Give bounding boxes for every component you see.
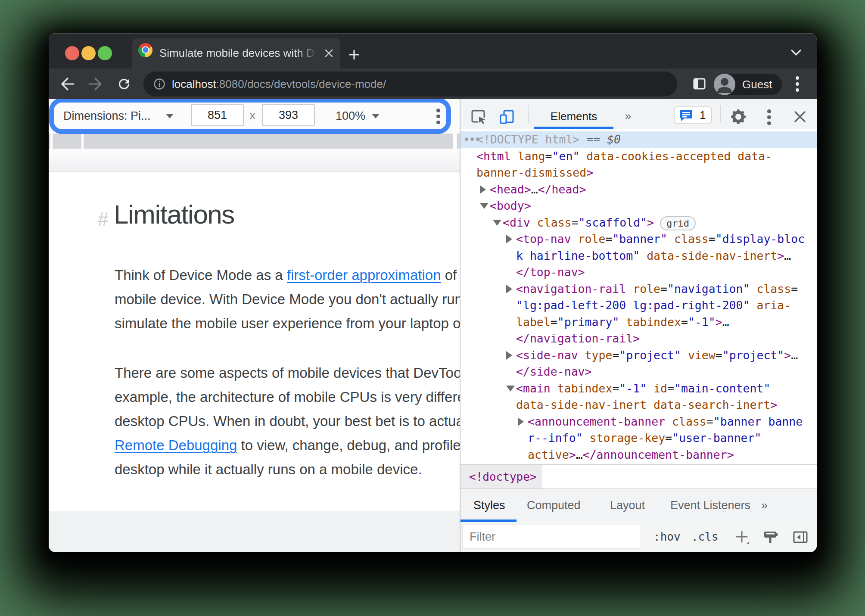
code-token: … <box>576 448 583 461</box>
code-token: </announcement-banner> <box>583 448 734 461</box>
back-button[interactable] <box>60 76 75 92</box>
sidebar-tabs: StylesComputedLayoutEvent Listeners» <box>461 488 817 522</box>
paragraph-1: Think of Device Mode as a first-order ap… <box>115 263 460 336</box>
collapse-arrow-icon[interactable] <box>506 235 512 243</box>
code-token: </navigation-rail> <box>516 332 640 345</box>
code-token: data-side-nav-inert <box>640 249 777 262</box>
minimize-window-button[interactable] <box>81 46 96 60</box>
device-resize-bar[interactable] <box>49 134 460 149</box>
collapse-arrow-icon[interactable] <box>506 285 512 293</box>
code-token: <html <box>476 149 511 163</box>
expand-arrow-icon[interactable] <box>506 386 515 392</box>
toggle-pseudo-class-button[interactable]: :hov <box>653 522 681 551</box>
expand-arrow-icon[interactable] <box>493 220 501 226</box>
dom-tree-row[interactable]: <top-nav role="banner" class="display-bl… <box>461 231 817 248</box>
site-info-icon[interactable] <box>153 78 165 90</box>
collapse-arrow-icon[interactable] <box>480 185 486 194</box>
side-panel-icon[interactable] <box>692 77 706 91</box>
dom-tree-row[interactable]: "lg:pad-left-200 lg:pad-right-200" aria- <box>461 297 817 314</box>
new-style-rule-button[interactable] <box>734 529 750 545</box>
code-token: > <box>647 216 654 229</box>
code-token: </side-nav> <box>516 365 592 378</box>
dom-tree-row[interactable]: </side-nav> <box>461 364 817 380</box>
dom-tree-row[interactable]: r--info" storage-key="user-banner" <box>461 430 817 447</box>
dom-tree-row[interactable]: <navigation-rail role="navigation" class… <box>461 281 817 298</box>
paragraph-line: Think of Device Mode as a first-order ap… <box>115 263 460 287</box>
code-token: data- <box>731 149 772 163</box>
tab-strip: Simulate mobile devices with D <box>49 33 817 68</box>
code-token: … <box>791 348 798 362</box>
dom-tree-row[interactable]: </navigation-rail> <box>461 330 817 347</box>
code-token: "navigation" <box>667 282 750 296</box>
sidebar-tab--[interactable]: » <box>761 489 768 522</box>
sidebar-tab-layout[interactable]: Layout <box>610 489 645 522</box>
new-tab-button[interactable] <box>349 50 359 60</box>
page-heading: Limitations <box>114 199 234 230</box>
dom-tree-row[interactable]: label="primary" tabindex="-1">… <box>461 314 817 331</box>
code-token: tabindex <box>619 315 681 329</box>
dom-tree-row[interactable]: data-side-nav-inert data-search-inert> <box>461 397 817 414</box>
devtools-close-icon[interactable] <box>792 109 808 125</box>
text-link[interactable]: first-order approximation <box>287 267 441 283</box>
styles-filter-input[interactable]: Filter <box>462 525 641 549</box>
inspect-element-icon[interactable] <box>470 109 486 125</box>
dom-tree-row[interactable]: <body> <box>461 198 817 215</box>
sidebar-tab-computed[interactable]: Computed <box>527 489 581 522</box>
console-messages-badge[interactable]: 1 <box>674 106 712 124</box>
rendering-emulation-icon[interactable] <box>762 529 778 545</box>
dom-tree-row[interactable]: <head>…</head> <box>461 181 817 198</box>
expand-arrow-icon[interactable] <box>480 203 489 209</box>
toggle-sidebar-icon[interactable] <box>792 529 809 545</box>
toggle-device-toolbar-icon[interactable] <box>499 109 515 125</box>
code-token: class <box>750 282 791 296</box>
toggle-class-button[interactable]: .cls <box>691 522 719 551</box>
code-token: "en" <box>552 149 580 163</box>
dom-tree-row[interactable]: <side-nav type="project" view="project">… <box>461 347 817 364</box>
text-link[interactable]: Remote Debugging <box>115 437 237 453</box>
dom-tree-row[interactable]: <div class="scaffold">grid <box>461 215 817 231</box>
forward-button[interactable] <box>87 76 103 92</box>
page-pane: Dimensions: Pi... 851 x 393 100% # <box>49 99 460 552</box>
tab-close-icon[interactable] <box>324 49 333 58</box>
grid-adorner-badge[interactable]: grid <box>660 216 696 230</box>
browser-tab[interactable]: Simulate mobile devices with D <box>132 38 340 68</box>
dom-tree-row[interactable]: banner-dismissed> <box>461 165 817 181</box>
dom-tree-row[interactable]: •••<!DOCTYPE html> == $0 <box>461 131 817 148</box>
emulated-page: # Limitations Think of Device Mode as a … <box>49 172 460 511</box>
collapse-arrow-icon[interactable] <box>518 417 524 426</box>
heading-anchor[interactable]: # <box>98 208 108 230</box>
code-token: > <box>777 249 784 262</box>
breadcrumb-bar: <!doctype> <box>461 464 817 488</box>
breadcrumb-item[interactable]: <!doctype> <box>461 465 542 489</box>
console-message-count: 1 <box>700 107 706 123</box>
sidebar-tab-event-listeners[interactable]: Event Listeners <box>670 489 750 522</box>
dom-tree-row[interactable]: <main tabindex="-1" id="main-content" <box>461 380 817 397</box>
code-token: storage-key <box>583 431 665 445</box>
dom-tree-row[interactable]: active>…</announcement-banner> <box>461 447 817 464</box>
code-token: tabindex <box>551 382 613 395</box>
code-token: = <box>551 315 557 329</box>
more-panels-button[interactable]: » <box>619 99 637 133</box>
address-bar[interactable]: localhost:8080/docs/devtools/device-mode… <box>143 72 677 96</box>
sidebar-tab-styles[interactable]: Styles <box>473 489 505 522</box>
reload-button[interactable] <box>116 76 132 92</box>
close-window-button[interactable] <box>65 46 79 60</box>
code-token: "user-banner" <box>672 431 761 445</box>
devtools-menu-button[interactable] <box>767 109 771 125</box>
dom-tree-row[interactable]: </top-nav> <box>461 264 817 281</box>
browser-menu-button[interactable] <box>795 76 800 92</box>
dom-tree-row[interactable]: <announcement-banner class="banner banne <box>461 414 817 430</box>
settings-gear-icon[interactable] <box>730 109 747 125</box>
tab-search-chevron-icon[interactable] <box>791 50 801 56</box>
dom-tree-row[interactable]: k hairline-bottom" data-side-nav-inert>… <box>461 248 817 264</box>
zoom-window-button[interactable] <box>98 46 112 60</box>
tab-elements[interactable]: Elements <box>534 99 613 129</box>
text-run: example, the architecture of mobile CPUs… <box>115 389 460 405</box>
profile-button[interactable]: Guest <box>714 74 782 95</box>
code-token: > <box>586 166 593 179</box>
text-run: desktop CPUs. When in doubt, your best b… <box>115 413 460 429</box>
collapse-arrow-icon[interactable] <box>506 351 512 360</box>
dom-tree-row[interactable]: <html lang="en" data-cookies-accepted da… <box>461 148 817 165</box>
code-token: … <box>722 315 729 329</box>
text-run: mobile device. With Device Mode you don'… <box>115 291 460 307</box>
